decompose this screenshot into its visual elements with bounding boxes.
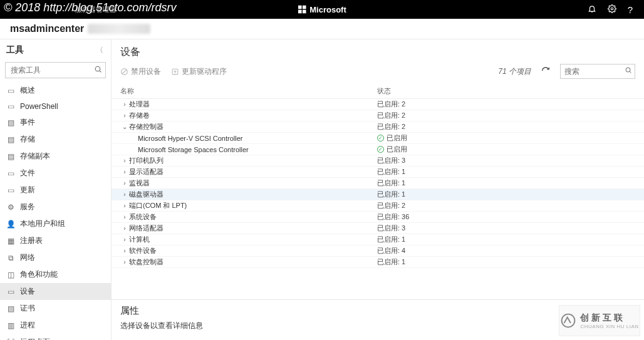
nav-item-icon: 👤 (6, 220, 15, 229)
chevron-right-icon[interactable]: › (120, 191, 129, 198)
nav-item-icon: ▤ (6, 118, 15, 127)
device-group-row[interactable]: ›端口(COM 和 LPT)已启用: 2 (112, 200, 644, 212)
device-name: 显示适配器 (129, 167, 377, 177)
device-status: ✓已启用 (377, 145, 635, 154)
nav-item-label: 文件 (20, 168, 35, 178)
search-icon[interactable] (625, 66, 632, 76)
nav-item-label: PowerShell (20, 102, 58, 111)
device-group-row[interactable]: ›计算机已启用: 1 (112, 234, 644, 245)
nav-item-label: 服务 (20, 202, 35, 212)
content-search-input[interactable] (560, 64, 635, 79)
help-icon[interactable]: ? (628, 4, 633, 15)
device-name: 处理器 (129, 100, 377, 109)
chevron-right-icon[interactable]: › (120, 157, 129, 164)
refresh-icon[interactable] (541, 66, 550, 77)
device-status: 已启用: 36 (377, 212, 635, 222)
svg-point-10 (626, 68, 630, 72)
nav-item-icon: ▤ (6, 135, 15, 144)
disable-device-button[interactable]: 禁用设备 (120, 66, 161, 77)
status-ok-icon: ✓ (377, 135, 384, 142)
sidebar-item[interactable]: ▦注册表 (0, 232, 111, 249)
device-status: 已启用: 2 (377, 100, 635, 109)
sidebar-search-input[interactable] (5, 62, 106, 78)
sidebar-item[interactable]: ▤证书 (0, 300, 111, 317)
device-child-row[interactable]: Microsoft Hyper-V SCSI Controller✓已启用 (112, 133, 644, 144)
nav-item-icon: ⛶ (6, 338, 15, 341)
chevron-right-icon[interactable]: › (120, 247, 129, 254)
sidebar-item[interactable]: ▭设备 (0, 283, 111, 300)
status-ok-icon: ✓ (377, 146, 384, 153)
sidebar-item[interactable]: ◫角色和功能 (0, 266, 111, 283)
chevron-right-icon[interactable]: › (120, 180, 129, 187)
column-name[interactable]: 名称 (120, 86, 377, 96)
device-name: 网络适配器 (129, 224, 377, 233)
nav-item-label: 网络 (20, 252, 35, 263)
gear-icon[interactable] (608, 4, 616, 15)
device-group-row[interactable]: ⌄存储控制器已启用: 2 (112, 121, 644, 133)
sidebar-item[interactable]: ▤事件 (0, 114, 111, 131)
sidebar-item[interactable]: ▭PowerShell (0, 99, 111, 114)
device-list[interactable]: ›处理器已启用: 2›存储卷已启用: 2⌄存储控制器已启用: 2Microsof… (112, 99, 644, 299)
device-group-row[interactable]: ›存储卷已启用: 2 (112, 110, 644, 121)
svg-line-11 (630, 71, 631, 73)
search-icon[interactable] (94, 65, 102, 75)
device-group-row[interactable]: ›软盘控制器已启用: 1 (112, 257, 644, 268)
nav-item-label: 存储 (20, 134, 35, 145)
topbar: 服务器管理器 Microsoft ? (0, 0, 644, 19)
device-status: 已启用: 1 (377, 257, 635, 267)
table-header: 名称 状态 (112, 84, 644, 99)
device-status: 已启用: 1 (377, 167, 635, 177)
nav-item-icon: ▤ (6, 304, 15, 313)
chevron-right-icon[interactable]: › (120, 101, 129, 108)
disable-label: 禁用设备 (131, 66, 161, 77)
sidebar-item[interactable]: 👤本地用户和组 (0, 215, 111, 232)
device-name: 存储卷 (129, 111, 377, 120)
update-driver-button[interactable]: 更新驱动程序 (171, 66, 227, 77)
chevron-right-icon[interactable]: › (120, 259, 129, 265)
sidebar-item[interactable]: ▭文件 (0, 165, 111, 182)
device-name: 打印机队列 (129, 156, 377, 165)
sidebar-item[interactable]: ▤存储 (0, 131, 111, 148)
sidebar-item[interactable]: ▥进程 (0, 317, 111, 334)
content-search (560, 64, 635, 79)
item-count: 71 个项目 (498, 66, 531, 77)
sidebar-item[interactable]: ▭概述 (0, 82, 111, 99)
device-group-row[interactable]: ›磁盘驱动器已启用: 1 (112, 189, 644, 200)
device-group-row[interactable]: ›软件设备已启用: 4 (112, 245, 644, 257)
nav-item-label: 存储副本 (20, 151, 50, 162)
chevron-right-icon[interactable]: › (120, 168, 129, 175)
sidebar-item[interactable]: ▭更新 (0, 182, 111, 198)
device-group-row[interactable]: ›打印机队列已启用: 3 (112, 155, 644, 167)
nav-item-icon: ▭ (6, 102, 15, 111)
device-group-row[interactable]: ›系统设备已启用: 36 (112, 212, 644, 223)
chevron-right-icon[interactable]: › (120, 225, 129, 232)
sidebar-item[interactable]: ⧉网络 (0, 249, 111, 266)
device-status: 已启用: 1 (377, 190, 635, 199)
nav-item-label: 进程 (20, 320, 35, 331)
device-group-row[interactable]: ›网络适配器已启用: 3 (112, 223, 644, 234)
column-status[interactable]: 状态 (377, 86, 635, 96)
chevron-right-icon[interactable]: › (120, 112, 129, 119)
device-group-row[interactable]: ›显示适配器已启用: 1 (112, 167, 644, 178)
chevron-right-icon[interactable]: › (120, 214, 129, 220)
device-name: 端口(COM 和 LPT) (129, 201, 377, 210)
sidebar-item[interactable]: ⚙服务 (0, 198, 111, 215)
notifications-icon[interactable] (588, 4, 596, 15)
chevron-down-icon[interactable]: ⌄ (120, 123, 129, 130)
sidebar-collapse-icon[interactable]: 〈 (96, 45, 103, 56)
sidebar-item[interactable]: ▤存储副本 (0, 148, 111, 165)
device-group-row[interactable]: ›处理器已启用: 2 (112, 99, 644, 110)
corner-watermark: 创新互联 CHUANG XIN HU LIAN (559, 305, 640, 336)
device-child-row[interactable]: Microsoft Storage Spaces Controller✓已启用 (112, 144, 644, 155)
device-status: ✓已启用 (377, 133, 635, 143)
chevron-right-icon[interactable]: › (120, 202, 129, 209)
breadcrumb: msadmincenter (0, 19, 644, 39)
sidebar-search (5, 62, 106, 78)
update-icon (171, 68, 179, 76)
nav-item-label: 远程桌面 (20, 337, 50, 340)
device-group-row[interactable]: ›监视器已启用: 1 (112, 178, 644, 189)
device-status: 已启用: 4 (377, 246, 635, 255)
page-title: 设备 (112, 39, 644, 63)
chevron-right-icon[interactable]: › (120, 236, 129, 243)
sidebar-item[interactable]: ⛶远程桌面 (0, 334, 111, 340)
